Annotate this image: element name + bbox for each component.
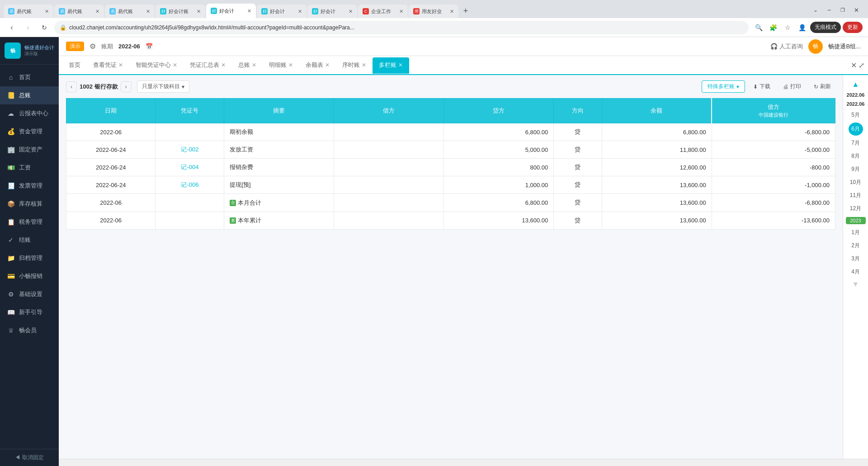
cell-direction: 贷 <box>554 159 602 176</box>
unpin-button[interactable]: ◀ 取消固定 <box>5 454 54 461</box>
sidebar-item-reports[interactable]: ☁ 云报表中心 <box>0 104 59 122</box>
month-7[interactable]: 7月 <box>846 137 866 150</box>
tab-7-close[interactable]: ✕ <box>349 9 353 14</box>
sidebar-item-salary[interactable]: 💵 工资 <box>0 159 59 177</box>
month-9[interactable]: 9月 <box>846 163 866 176</box>
cell-voucher[interactable]: 记-004 <box>156 159 224 176</box>
tab-9-close[interactable]: ✕ <box>450 9 454 14</box>
sidebar-item-close[interactable]: ✓ 结账 <box>0 231 59 249</box>
tab-6-close[interactable]: ✕ <box>298 9 302 14</box>
sidebar-item-archive[interactable]: 📁 归档管理 <box>0 249 59 267</box>
sidebar-item-tax[interactable]: 📋 税务管理 <box>0 213 59 231</box>
app-tab-balance-close[interactable]: ✕ <box>325 62 330 68</box>
app-tab-home[interactable]: 首页 <box>62 57 87 74</box>
forward-button[interactable]: › <box>22 21 34 34</box>
account-next-button[interactable]: › <box>121 81 132 92</box>
new-tab-button[interactable]: + <box>459 5 472 17</box>
app-tab-voucher-summary-close[interactable]: ✕ <box>221 62 226 68</box>
browser-tab-6[interactable]: 好 好会计 ✕ <box>257 5 307 18</box>
cell-voucher[interactable]: 记-002 <box>156 141 224 159</box>
app-tab-voucher-summary[interactable]: 凭证汇总表 ✕ <box>184 57 232 74</box>
app-tab-voucher-close[interactable]: ✕ <box>118 62 123 68</box>
month-4[interactable]: 4月 <box>846 265 866 278</box>
sidebar-item-inventory[interactable]: 📦 库存核算 <box>0 195 59 213</box>
month-11[interactable]: 11月 <box>846 189 866 202</box>
profile-icon[interactable]: 👤 <box>796 21 808 34</box>
browser-tab-9[interactable]: 用 用友好业 ✕ <box>409 5 458 18</box>
app-tab-detail-ledger[interactable]: 明细账 ✕ <box>263 57 299 74</box>
browser-tab-7[interactable]: 好 好会计 ✕ <box>307 5 357 18</box>
extension-icon[interactable]: 🧩 <box>767 21 779 34</box>
month-2[interactable]: 2月 <box>846 239 866 252</box>
app-tab-general-ledger-close[interactable]: ✕ <box>252 62 256 68</box>
calendar-icon[interactable]: 📅 <box>146 43 153 50</box>
demo-badge[interactable]: 演示 <box>66 42 84 51</box>
tab-panel-close-icon[interactable]: ✕ <box>851 61 857 70</box>
gear-icon[interactable]: ⚙ <box>90 42 96 51</box>
browser-tab-4[interactable]: 好 好会计账 ✕ <box>156 5 205 18</box>
tab-panel-expand-icon[interactable]: ⤢ <box>859 61 864 70</box>
reload-button[interactable]: ↻ <box>38 21 51 34</box>
month-6[interactable]: 6月 <box>849 122 863 136</box>
app-tab-multi-col[interactable]: 多栏账 ✕ <box>373 57 409 74</box>
app-tab-journal[interactable]: 序时账 ✕ <box>336 57 373 74</box>
update-button[interactable]: 更新 <box>843 22 863 33</box>
close-window-button[interactable]: ✕ <box>850 4 863 16</box>
refresh-button[interactable]: ↻ 刷新 <box>809 81 835 92</box>
url-bar[interactable]: 🔒 cloud2.chanjet.com/accounting/uh26t264… <box>54 21 749 34</box>
app-tab-general-ledger[interactable]: 总账 ✕ <box>232 57 263 74</box>
tab-2-close[interactable]: ✕ <box>95 9 99 14</box>
tab-1-close[interactable]: ✕ <box>45 9 49 14</box>
month-1[interactable]: 1月 <box>846 226 866 239</box>
sidebar-item-funds[interactable]: 💰 资金管理 <box>0 122 59 141</box>
sidebar-item-ledger[interactable]: 📒 总账 <box>0 86 59 104</box>
browser-tab-2[interactable]: 易 易代账 ✕ <box>54 5 104 18</box>
scroll-down-button[interactable]: ▼ <box>852 280 859 288</box>
sidebar-item-expense[interactable]: 💳 小畅报销 <box>0 267 59 285</box>
restore-button[interactable]: ❐ <box>836 4 849 16</box>
month-10[interactable]: 10月 <box>846 176 866 189</box>
scroll-up-button[interactable]: ▲ <box>852 80 859 89</box>
sidebar-item-guide[interactable]: 📖 新手引导 <box>0 303 59 321</box>
browser-tab-1[interactable]: 易 易代账 ✕ <box>4 5 53 18</box>
multi-col-button[interactable]: 特殊多栏账 ▾ <box>702 80 745 93</box>
tab-4-close[interactable]: ✕ <box>197 9 201 14</box>
print-button[interactable]: 🖨 打印 <box>778 81 806 92</box>
incognito-button[interactable]: 无痕模式 <box>810 22 841 33</box>
app-tab-detail-ledger-close[interactable]: ✕ <box>288 62 293 68</box>
account-prev-button[interactable]: ‹ <box>66 81 77 92</box>
app-tab-voucher[interactable]: 查看凭证 ✕ <box>87 57 129 74</box>
tab-3-close[interactable]: ✕ <box>146 9 150 14</box>
back-button[interactable]: ‹ <box>5 21 18 34</box>
month-8[interactable]: 8月 <box>846 150 866 163</box>
sidebar-item-invoice[interactable]: 🧾 发票管理 <box>0 177 59 195</box>
app-tab-smart-voucher[interactable]: 智能凭证中心 ✕ <box>129 57 184 74</box>
browser-tab-5[interactable]: 好 好会计 ✕ <box>206 4 256 18</box>
sidebar-item-settings[interactable]: ⚙ 基础设置 <box>0 285 59 303</box>
sidebar-item-assets[interactable]: 🏢 固定资产 <box>0 141 59 159</box>
app-tab-multi-col-close[interactable]: ✕ <box>398 62 403 68</box>
tab-list-button[interactable]: ⌄ <box>809 4 822 16</box>
browser-tab-3[interactable]: 易 易代账 ✕ <box>105 5 155 18</box>
sidebar-item-member[interactable]: ♕ 畅会员 <box>0 321 59 339</box>
month-3[interactable]: 3月 <box>846 252 866 265</box>
app-tab-smart-voucher-close[interactable]: ✕ <box>173 62 177 68</box>
tab-8-close[interactable]: ✕ <box>399 9 403 14</box>
cell-debit <box>334 176 444 194</box>
tab-5-close[interactable]: ✕ <box>247 8 251 14</box>
horizontal-scrollbar[interactable] <box>59 459 868 466</box>
minimize-button[interactable]: − <box>823 4 835 16</box>
app-tab-balance[interactable]: 余额表 ✕ <box>299 57 336 74</box>
month-12[interactable]: 12月 <box>846 202 866 215</box>
sub-filter-button[interactable]: 只显示下级科目 ▾ <box>137 80 189 93</box>
service-button[interactable]: 🎧 人工咨询 <box>770 42 803 51</box>
cell-voucher[interactable]: 记-006 <box>156 176 224 194</box>
app-tab-journal-close[interactable]: ✕ <box>362 62 366 68</box>
download-button[interactable]: ⬇ 下载 <box>749 81 775 92</box>
cell-summary: 合 本月合计 <box>224 194 334 212</box>
search-icon[interactable]: 🔍 <box>752 21 765 34</box>
sidebar-item-home[interactable]: ⌂ 首页 <box>0 68 59 86</box>
month-5[interactable]: 5月 <box>846 108 866 122</box>
browser-tab-8[interactable]: C 企业工作 ✕ <box>358 5 408 18</box>
bookmark-icon[interactable]: ☆ <box>781 21 794 34</box>
